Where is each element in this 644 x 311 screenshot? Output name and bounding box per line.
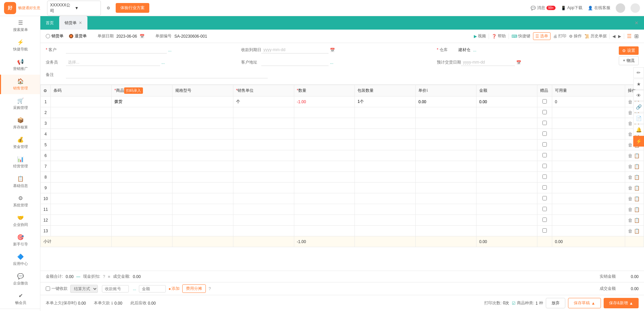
amount-input-1[interactable]	[479, 100, 534, 104]
qty-input-3[interactable]	[297, 121, 352, 126]
copy-row-btn-11[interactable]: 📋	[634, 207, 640, 212]
qty-input-8[interactable]	[297, 175, 352, 180]
cell-amount-13[interactable]	[476, 226, 537, 236]
pack-qty-input-10[interactable]	[357, 196, 413, 201]
cell-amount-3[interactable]	[476, 118, 537, 129]
customer-addr-dots[interactable]: ...	[330, 60, 333, 65]
cell-amount-5[interactable]	[476, 140, 537, 150]
payment-due-input[interactable]	[261, 46, 329, 53]
cell-unit-price-2[interactable]	[416, 107, 477, 118]
spec-input-2[interactable]	[175, 110, 230, 115]
cell-qty-6[interactable]	[294, 150, 355, 161]
gift-checkbox-8[interactable]	[542, 174, 547, 179]
pack-qty-input-8[interactable]	[357, 175, 413, 180]
product-input-12[interactable]	[114, 218, 169, 223]
delete-row-btn-2[interactable]: 🗑	[628, 110, 633, 115]
float-bell-btn[interactable]: 🔔	[633, 124, 644, 135]
delete-row-btn-3[interactable]: 🗑	[628, 121, 633, 126]
account-dots[interactable]: ...	[133, 286, 136, 291]
delete-row-btn-7[interactable]: 🗑	[628, 164, 633, 169]
cell-barcode-4[interactable]	[51, 129, 112, 140]
cell-unit-9[interactable]	[233, 183, 294, 193]
next-record-icon[interactable]: ▶	[618, 34, 621, 39]
cell-unit-price-13[interactable]	[416, 226, 477, 236]
cell-amount-2[interactable]	[476, 107, 537, 118]
close-tab-btn[interactable]: ✕	[635, 20, 639, 26]
cell-unit-price-10[interactable]	[416, 193, 477, 204]
warehouse-dots[interactable]: ...	[473, 48, 477, 52]
cell-barcode-9[interactable]	[51, 183, 112, 193]
cell-barcode-11[interactable]	[51, 204, 112, 215]
copy-row-btn-10[interactable]: 📋	[634, 196, 640, 201]
calendar-icon[interactable]: 📅	[140, 34, 145, 39]
cell-amount-11[interactable]	[476, 204, 537, 215]
unit-input-1[interactable]	[236, 100, 291, 104]
tab-close-icon[interactable]: ✕	[79, 21, 82, 25]
qty-input-2[interactable]	[297, 110, 352, 115]
unit-input-4[interactable]	[236, 132, 291, 137]
sidebar-item-quick-nav[interactable]: ⚡ 快捷导航	[0, 36, 40, 55]
logistics-btn[interactable]: + 物流	[619, 56, 639, 65]
barcode-input-10[interactable]	[53, 196, 109, 201]
customer-addr-input[interactable]	[261, 59, 329, 66]
expected-date-input[interactable]	[461, 59, 515, 66]
cell-pack-qty-7[interactable]	[355, 161, 416, 172]
amount-input-5[interactable]	[479, 143, 534, 147]
cell-barcode-5[interactable]	[51, 140, 112, 150]
cell-qty-11[interactable]	[294, 204, 355, 215]
cell-unit-price-11[interactable]	[416, 204, 477, 215]
cell-qty-10[interactable]	[294, 193, 355, 204]
sidebar-item-finance[interactable]: 💰 资金管理	[0, 133, 40, 153]
cell-barcode-6[interactable]	[51, 150, 112, 161]
cell-pack-qty-6[interactable]	[355, 150, 416, 161]
radio-sales[interactable]: 销货单	[46, 33, 64, 39]
account-input[interactable]	[102, 285, 129, 293]
unit-price-input-10[interactable]	[418, 196, 473, 201]
settings-icon[interactable]: ⚙	[104, 3, 113, 13]
cell-pack-qty-13[interactable]	[355, 226, 416, 236]
payment-method-select[interactable]: 结算方式	[70, 285, 98, 293]
delete-row-btn-10[interactable]: 🗑	[628, 196, 633, 201]
unit-price-input-9[interactable]	[418, 186, 473, 190]
qty-input-6[interactable]	[297, 153, 352, 158]
add-payment-btn[interactable]: ● 添加	[168, 286, 180, 291]
unit-price-input-12[interactable]	[418, 218, 473, 223]
amount-input[interactable]	[139, 285, 166, 293]
cell-gift-4[interactable]	[537, 129, 552, 140]
unit-price-input-8[interactable]	[418, 175, 473, 180]
product-input-2[interactable]	[114, 110, 169, 115]
barcode-input-6[interactable]	[53, 153, 109, 158]
gift-checkbox-9[interactable]	[542, 185, 547, 190]
delete-row-btn-9[interactable]: 🗑	[628, 185, 633, 191]
pack-qty-input-12[interactable]	[357, 218, 413, 223]
cell-gift-6[interactable]	[537, 150, 552, 161]
cell-pack-qty-9[interactable]	[355, 183, 416, 193]
qty-input-5[interactable]	[297, 143, 352, 147]
cell-product-2[interactable]	[112, 107, 173, 118]
one-click-payment-label[interactable]: 一键收款	[46, 286, 68, 291]
unit-input-11[interactable]	[236, 207, 291, 212]
qty-input-9[interactable]	[297, 186, 352, 190]
cell-amount-1[interactable]	[476, 96, 537, 107]
th-settings[interactable]: ⚙	[41, 85, 51, 96]
qty-input-12[interactable]	[297, 218, 352, 223]
qty-input-10[interactable]	[297, 196, 352, 201]
customer-dots[interactable]: ...	[168, 48, 172, 52]
unit-price-input-7[interactable]	[418, 164, 473, 169]
copy-row-btn-12[interactable]: 📋	[634, 218, 640, 223]
amount-input-6[interactable]	[479, 153, 534, 158]
cell-unit-price-1[interactable]	[416, 96, 477, 107]
cell-unit-11[interactable]	[233, 204, 294, 215]
sidebar-item-wechat[interactable]: 💬 企业微信	[0, 270, 40, 289]
sidebar-item-sales[interactable]: 🏠 销售管理	[0, 75, 40, 94]
cell-qty-7[interactable]	[294, 161, 355, 172]
gift-checkbox-6[interactable]	[542, 153, 547, 157]
print-btn[interactable]: 🖨 打印	[553, 33, 566, 39]
expense-split-btn[interactable]: 费用分摊	[182, 284, 206, 293]
cell-barcode-1[interactable]	[51, 96, 112, 107]
cell-spec-3[interactable]	[172, 118, 233, 129]
pack-qty-input-2[interactable]	[357, 110, 413, 115]
cell-gift-2[interactable]	[537, 107, 552, 118]
unit-input-3[interactable]	[236, 121, 291, 126]
unit-price-input-2[interactable]	[418, 110, 473, 115]
